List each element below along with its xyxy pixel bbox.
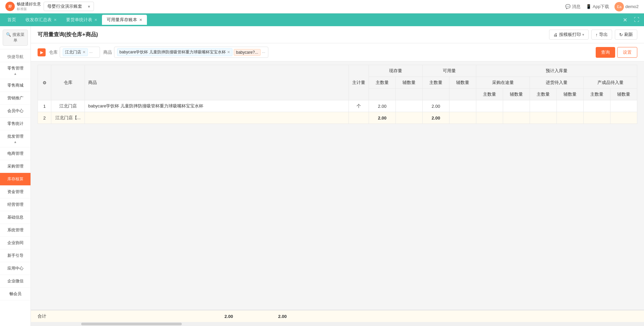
row1-current-main: 2.00 bbox=[369, 100, 396, 112]
app-download-btn[interactable]: 📱 App下载 bbox=[586, 4, 609, 10]
col-purchase-main-header: 主数量 bbox=[476, 89, 503, 100]
settings-btn[interactable]: 设置 bbox=[617, 47, 637, 58]
row1-purchase-sub bbox=[503, 100, 530, 112]
col-th-empty4 bbox=[449, 89, 476, 100]
product-input[interactable]: babycare学饮杯 儿童防摔防撞吸管杯重力球吸嘴杯宝宝水杯 ✕ babyca… bbox=[114, 47, 268, 58]
page-title: 可用量查询(按仓库+商品) bbox=[38, 31, 98, 38]
industry-label: 母婴行业演示账套 bbox=[47, 3, 82, 9]
sidebar-marketing-label: 营销推广 bbox=[7, 95, 23, 101]
row1-incoming-sub bbox=[557, 100, 584, 112]
row1-prod-sub bbox=[610, 100, 637, 112]
query-btn[interactable]: 查询 bbox=[596, 47, 615, 58]
more-icon[interactable]: ··· bbox=[89, 50, 93, 55]
row1-available-main: 2.00 bbox=[423, 100, 449, 112]
product-label: 商品 bbox=[103, 49, 112, 55]
sidebar-item-purchase[interactable]: 采购管理 bbox=[0, 160, 31, 173]
row2-current-sub bbox=[396, 112, 423, 124]
row1-warehouse: 江北门店 bbox=[51, 100, 85, 112]
export-btn[interactable]: ↑ 导出 bbox=[591, 30, 612, 40]
tab-receipts[interactable]: 收发存汇总表 ✕ bbox=[21, 15, 61, 25]
content-area: 可用量查询(按仓库+商品) 🖨 按模板打印 ▾ ↑ 导出 ↻ 刷新 ▶ bbox=[31, 26, 644, 326]
tab-home[interactable]: 首页 bbox=[3, 15, 21, 25]
refresh-btn[interactable]: ↻ 刷新 bbox=[615, 30, 637, 40]
col-settings: ⚙ bbox=[38, 65, 51, 100]
row1-purchase-main bbox=[476, 100, 503, 112]
sidebar-item-operations[interactable]: 经营管理 bbox=[0, 198, 31, 211]
row2-no: 2 bbox=[38, 112, 51, 124]
col-incoming-main-header: 主数量 bbox=[530, 89, 557, 100]
sidebar-basic-info-label: 基础信息 bbox=[7, 215, 23, 220]
tab-available[interactable]: 可用量库存账本 ✕ bbox=[102, 15, 147, 25]
template-print-btn[interactable]: 🖨 按模板打印 ▾ bbox=[549, 30, 589, 40]
sidebar-item-inventory[interactable]: 库存核算 bbox=[0, 173, 31, 186]
scrollbar-area[interactable] bbox=[31, 322, 644, 326]
filter-actions: 查询 设置 bbox=[596, 47, 637, 58]
warehouse-tag-remove[interactable]: ✕ bbox=[83, 50, 86, 54]
message-label: 消息 bbox=[572, 4, 581, 10]
sidebar-search-area: 🔍 搜索菜单 bbox=[0, 26, 31, 49]
table-row: 2 江北门店【... 2.00 2.00 bbox=[38, 112, 637, 124]
sidebar-item-member[interactable]: 会员中心 bbox=[0, 105, 31, 118]
sidebar-item-system[interactable]: 系统管理 bbox=[0, 224, 31, 237]
tab-fullscreen-btn[interactable]: ⛶ bbox=[632, 16, 641, 24]
page-actions: 🖨 按模板打印 ▾ ↑ 导出 ↻ 刷新 bbox=[549, 30, 638, 40]
sidebar-item-wholesale[interactable]: 批发管理 ▲ bbox=[0, 130, 31, 147]
sidebar-enterprise-label: 企业协同 bbox=[7, 240, 23, 246]
sidebar-item-ecommerce[interactable]: 电商管理 bbox=[0, 147, 31, 160]
chevron-down-icon: ▾ bbox=[88, 4, 90, 9]
sidebar-item-retail-stats[interactable]: 零售统计 bbox=[0, 118, 31, 130]
sidebar-item-appcenter[interactable]: 应用中心 bbox=[0, 262, 31, 275]
sidebar-item-marketing[interactable]: 营销推广 bbox=[0, 92, 31, 105]
sidebar-item-vip[interactable]: 畅会员 bbox=[0, 288, 31, 300]
message-btn[interactable]: 💬 消息 bbox=[565, 4, 581, 10]
row2-prod-sub bbox=[610, 112, 637, 124]
message-icon: 💬 bbox=[565, 4, 571, 9]
filter-toggle-btn[interactable]: ▶ bbox=[38, 48, 46, 56]
tab-bar: 首页 收发存汇总表 ✕ 要货单统计表 ✕ 可用量库存账本 ✕ ✕ ⛶ bbox=[0, 13, 644, 26]
sidebar-guide-label: 新手引导 bbox=[7, 253, 23, 259]
sidebar-item-wechat[interactable]: 企业微信 bbox=[0, 275, 31, 288]
warehouse-input[interactable]: 江北门店 ✕ ··· bbox=[60, 47, 100, 58]
footer-current-main: 2.00 bbox=[215, 314, 242, 319]
sidebar-retail-stats-label: 零售统计 bbox=[7, 121, 23, 127]
settings-gear-icon[interactable]: ⚙ bbox=[43, 80, 47, 85]
sidebar-item-enterprise[interactable]: 企业协同 bbox=[0, 237, 31, 249]
sidebar-item-retail-shop[interactable]: 零售商城 bbox=[0, 79, 31, 92]
col-production-header: 产成品待入量 bbox=[584, 77, 637, 89]
footer-label: 合计 bbox=[34, 313, 78, 319]
col-purchase-transit-header: 采购在途量 bbox=[476, 77, 530, 89]
data-table: ⚙ 仓库 商品 主计量 现存量 可用量 预计入库量 主数量 辅数量 主数量 辅数… bbox=[38, 65, 637, 124]
sidebar-member-label: 会员中心 bbox=[7, 108, 23, 114]
user-profile[interactable]: Ea demo2 bbox=[614, 2, 639, 11]
row2-prod-main bbox=[584, 112, 610, 124]
avatar: Ea bbox=[614, 2, 624, 11]
app-download-label: App下载 bbox=[593, 4, 609, 10]
search-menu-btn[interactable]: 🔍 搜索菜单 bbox=[3, 30, 28, 46]
row2-current-main: 2.00 bbox=[369, 112, 396, 124]
tab-available-close[interactable]: ✕ bbox=[139, 18, 142, 22]
row2-available-main: 2.00 bbox=[423, 112, 449, 124]
tab-bar-actions: ✕ ⛶ bbox=[621, 16, 641, 24]
row1-incoming-main bbox=[530, 100, 557, 112]
tab-receipts-close[interactable]: ✕ bbox=[54, 18, 57, 22]
tab-close-all-btn[interactable]: ✕ bbox=[621, 16, 629, 24]
col-current-sub-header: 辅数量 bbox=[396, 77, 423, 89]
sidebar-item-guide[interactable]: 新手引导 bbox=[0, 249, 31, 262]
sidebar-item-retail-mgmt[interactable]: 零售管理 ▲ bbox=[0, 62, 31, 79]
row2-product bbox=[85, 112, 349, 124]
col-current-main-header: 主数量 bbox=[369, 77, 396, 89]
tab-orders[interactable]: 要货单统计表 ✕ bbox=[61, 15, 102, 25]
sidebar-item-basic-info[interactable]: 基础信息 bbox=[0, 211, 31, 224]
sidebar-item-finance[interactable]: 资金管理 bbox=[0, 186, 31, 198]
product-more-icon[interactable]: ··· bbox=[262, 50, 265, 55]
industry-selector[interactable]: 母婴行业演示账套 ▾ bbox=[44, 2, 94, 11]
chevron-icon: ▲ bbox=[14, 72, 17, 76]
sidebar-wholesale-label: 批发管理 bbox=[7, 134, 23, 139]
refresh-icon: ↻ bbox=[619, 32, 623, 37]
table-area: ⚙ 仓库 商品 主计量 现存量 可用量 预计入库量 主数量 辅数量 主数量 辅数… bbox=[31, 61, 644, 310]
tab-orders-close[interactable]: ✕ bbox=[94, 18, 97, 22]
scrollbar-thumb[interactable] bbox=[81, 323, 182, 325]
col-available-sub-header: 辅数量 bbox=[449, 77, 476, 89]
product-tag-remove[interactable]: ✕ bbox=[227, 50, 230, 54]
sidebar-system-label: 系统管理 bbox=[7, 227, 23, 233]
